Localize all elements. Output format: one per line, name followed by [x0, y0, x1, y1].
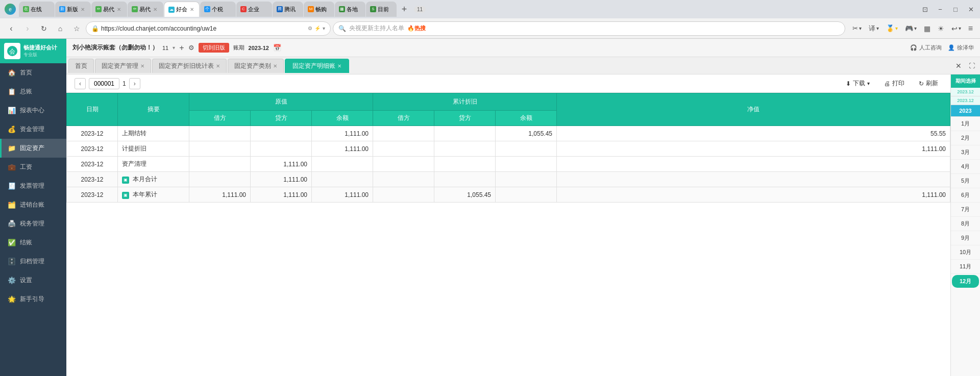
tab-各地[interactable]: ▦ 各地: [335, 2, 365, 17]
report-icon: 📊: [8, 107, 16, 114]
period-month-4[interactable]: 4月: [951, 160, 980, 174]
cell-accum-debit: [373, 187, 434, 203]
period-year-2023[interactable]: 2023: [951, 105, 980, 117]
page-prev-btn[interactable]: ‹: [75, 78, 86, 89]
tab-close-depreciation-stats[interactable]: ✕: [216, 63, 220, 69]
tab-window-expand-btn[interactable]: ⛶: [966, 60, 978, 72]
refresh-btn[interactable]: ↻ 刷新: [915, 78, 942, 89]
toolbar-theme-icon[interactable]: ☀: [935, 22, 947, 35]
tab-close-好会[interactable]: ✕: [189, 6, 195, 13]
page-next-btn[interactable]: ›: [129, 78, 140, 89]
settings-account-btn[interactable]: ⚙: [188, 44, 194, 52]
period-month-7[interactable]: 7月: [951, 203, 980, 217]
cell-date: 2023-12: [67, 141, 118, 157]
win-btn-close[interactable]: ✕: [964, 2, 978, 16]
tab-腾讯[interactable]: 腾 腾讯: [273, 2, 303, 17]
tab-window-close-btn[interactable]: ✕: [952, 60, 965, 72]
period-month-5[interactable]: 5月: [951, 174, 980, 188]
tab-close-易代1[interactable]: ✕: [116, 6, 122, 13]
win-btn-maximize[interactable]: □: [948, 2, 963, 16]
download-btn[interactable]: ⬇ 下载 ▾: [842, 78, 874, 89]
new-tab-button[interactable]: +: [397, 2, 411, 16]
sidebar-item-invoice[interactable]: 🧾 发票管理: [0, 177, 66, 195]
period-month-3[interactable]: 3月: [951, 145, 980, 160]
address-input[interactable]: 🔒 https://cloud.chanjet.com/accounting/u…: [86, 21, 331, 36]
toolbar-cut-icon[interactable]: ✂▾: [849, 22, 865, 34]
switch-version-btn[interactable]: 切到旧版: [199, 43, 229, 53]
tab-好会[interactable]: ☁ 好会 ✕: [164, 2, 200, 17]
help-btn[interactable]: 🎧 人工咨询: [910, 44, 942, 52]
ledger-area: ‹ 1 › ⬇ 下载 ▾ 🖨 打印: [66, 74, 980, 376]
toolbar-grid-icon[interactable]: ▦: [921, 22, 934, 35]
sidebar-item-home[interactable]: 🏠 首页: [0, 63, 66, 82]
add-account-btn[interactable]: +: [179, 43, 184, 53]
tab-目前[interactable]: S 目前: [366, 2, 397, 17]
toolbar-translate-icon[interactable]: 译▾: [866, 22, 882, 35]
tab-个税[interactable]: 个 个税: [200, 2, 236, 17]
nav-home[interactable]: ⌂: [53, 21, 67, 36]
cell-accum-credit: 1,055.45: [434, 187, 496, 203]
nav-back[interactable]: ‹: [4, 21, 18, 36]
sidebar-item-checkout[interactable]: ✅ 结账: [0, 233, 66, 252]
tab-在线[interactable]: 在 在线: [19, 2, 55, 17]
user-btn[interactable]: 👤 徐泽华: [948, 44, 974, 52]
period-month-10[interactable]: 10月: [951, 245, 980, 260]
toolbar-undo-icon[interactable]: ↩▾: [948, 22, 964, 35]
cell-orig-debit: [189, 141, 251, 157]
tab-close-fixed-mgmt[interactable]: ✕: [140, 63, 144, 69]
toolbar-game-icon[interactable]: 🎮▾: [902, 22, 920, 34]
sidebar-item-salary[interactable]: 💼 工资: [0, 158, 66, 177]
sidebar-item-archive[interactable]: 🗄️ 归档管理: [0, 252, 66, 271]
sidebar-item-general[interactable]: 📋 总账: [0, 82, 66, 101]
period-month-6[interactable]: 6月: [951, 188, 980, 203]
tab-易代1[interactable]: ✏ 易代 ✕: [91, 2, 127, 17]
nav-forward[interactable]: ›: [20, 21, 35, 36]
sidebar-item-purchase[interactable]: 🗂️ 进销台账: [0, 195, 66, 214]
tab-close-易代2[interactable]: ✕: [152, 6, 158, 13]
tab-close-新版[interactable]: ✕: [80, 6, 86, 13]
sidebar-item-fund[interactable]: 💰 资金管理: [0, 120, 66, 139]
sidebar-item-report[interactable]: 📊 报表中心: [0, 101, 66, 120]
tab-close-fixed-detail[interactable]: ✕: [337, 63, 341, 69]
tab-畅购[interactable]: M 畅购: [304, 2, 334, 17]
print-btn[interactable]: 🖨 打印: [880, 78, 909, 89]
tab-企业[interactable]: C 企业: [236, 2, 272, 17]
period-month-1[interactable]: 1月: [951, 117, 980, 131]
address-bar: ‹ › ↻ ⌂ ☆ 🔒 https://cloud.chanjet.com/ac…: [0, 18, 980, 39]
page-tab-fixed-detail[interactable]: 固定资产明细账 ✕: [285, 59, 349, 73]
period-month-12[interactable]: 12月: [952, 275, 979, 288]
page-tab-fixed-category[interactable]: 固定资产类别 ✕: [228, 59, 284, 73]
tab-新版[interactable]: 新 新版 ✕: [55, 2, 91, 17]
account-dropdown[interactable]: ▾: [173, 45, 175, 51]
period-selected-end[interactable]: 2023.12: [951, 96, 980, 105]
sidebar-item-tax[interactable]: 🖨️ 税务管理: [0, 214, 66, 233]
cell-date: 2023-12: [67, 126, 118, 141]
fixed-icon: 📁: [8, 144, 16, 152]
page-tab-fixed-management[interactable]: 固定资产管理 ✕: [95, 59, 151, 73]
calendar-icon[interactable]: 📅: [273, 44, 281, 52]
toolbar-menu-icon[interactable]: ≡: [965, 22, 976, 35]
sidebar-item-label: 税务管理: [20, 219, 44, 228]
win-btn-minimize[interactable]: −: [933, 2, 947, 16]
period-month-11[interactable]: 11月: [951, 260, 980, 274]
tab-label: 畅购: [315, 6, 327, 13]
search-bar[interactable]: 🔍 央视更新主持人名单 🔥热搜: [333, 21, 845, 36]
tab-close-fixed-cat[interactable]: ✕: [273, 63, 277, 69]
sidebar-item-guide[interactable]: 🌟 新手引导: [0, 290, 66, 309]
period-month-2[interactable]: 2月: [951, 131, 980, 145]
period-month-9[interactable]: 9月: [951, 231, 980, 245]
period-month-8[interactable]: 8月: [951, 217, 980, 231]
page-tab-depreciation-stats[interactable]: 固定资产折旧统计表 ✕: [152, 59, 227, 73]
tab-易代2[interactable]: ✏ 易代 ✕: [128, 2, 163, 17]
win-btn-screenshot[interactable]: ⊡: [918, 2, 932, 16]
period-selected-start[interactable]: 2023.12: [951, 88, 980, 96]
nav-bookmark[interactable]: ☆: [69, 21, 84, 36]
page-tab-home[interactable]: 首页: [68, 59, 94, 73]
toolbar-reward-icon[interactable]: 🥇▾: [883, 22, 901, 34]
nav-refresh[interactable]: ↻: [37, 21, 51, 36]
page-number-input[interactable]: [89, 78, 119, 89]
sidebar-item-settings[interactable]: ⚙️ 设置: [0, 271, 66, 290]
sidebar-item-fixed[interactable]: 📁 固定资产: [0, 139, 66, 158]
invoice-icon: 🧾: [8, 182, 16, 190]
sidebar-brand-text: 畅捷通好会计 专业版: [23, 44, 57, 58]
